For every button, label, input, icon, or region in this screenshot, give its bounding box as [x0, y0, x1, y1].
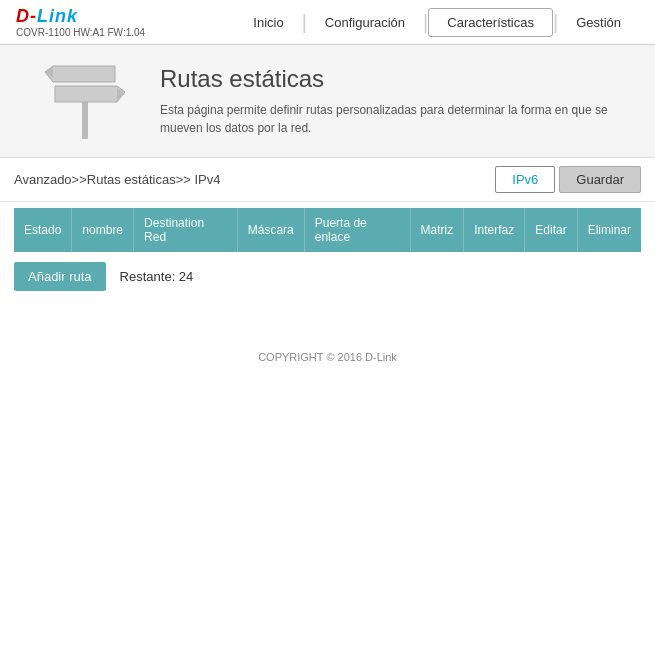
nav-gestion[interactable]: Gestión: [558, 9, 639, 36]
svg-marker-1: [45, 66, 115, 82]
header: D-Link COVR-1100 HW:A1 FW:1.04 Inicio | …: [0, 0, 655, 45]
routes-table: Estado nombre Destination Red Máscara Pu…: [14, 208, 641, 252]
col-nombre: nombre: [72, 208, 134, 252]
svg-marker-3: [55, 86, 125, 102]
col-editar: Editar: [525, 208, 577, 252]
table-container: Estado nombre Destination Red Máscara Pu…: [0, 208, 655, 252]
col-mascara: Máscara: [237, 208, 304, 252]
remaining-label: Restante:: [120, 269, 179, 284]
guardar-button[interactable]: Guardar: [559, 166, 641, 193]
col-interfaz: Interfaz: [464, 208, 525, 252]
page-title: Rutas estáticas: [160, 65, 635, 93]
logo-link: Link: [37, 6, 78, 26]
hero-icon: [30, 61, 140, 141]
hero-section: Rutas estáticas Esta página permite defi…: [0, 45, 655, 158]
logo-area: D-Link COVR-1100 HW:A1 FW:1.04: [16, 6, 145, 38]
col-puerta-enlace: Puerta de enlace: [304, 208, 410, 252]
ipv6-button[interactable]: IPv6: [495, 166, 555, 193]
street-sign-icon: [35, 64, 135, 139]
logo-dash: D-: [16, 6, 37, 26]
footer: COPYRIGHT © 2016 D-Link: [0, 331, 655, 383]
nav-menu: Inicio | Configuración | Características…: [235, 8, 639, 37]
col-estado: Estado: [14, 208, 72, 252]
copyright-text: COPYRIGHT © 2016 D-Link: [258, 351, 397, 363]
add-route-button[interactable]: Añadir ruta: [14, 262, 106, 291]
logo: D-Link: [16, 6, 145, 27]
nav-configuracion[interactable]: Configuración: [307, 9, 423, 36]
hero-description: Esta página permite definir rutas person…: [160, 101, 620, 137]
remaining-value: 24: [179, 269, 193, 284]
action-bar: Avanzado>>Rutas estáticas>> IPv4 IPv6 Gu…: [0, 158, 655, 202]
nav-inicio[interactable]: Inicio: [235, 9, 301, 36]
col-destination-red: Destination Red: [134, 208, 238, 252]
col-eliminar: Eliminar: [577, 208, 641, 252]
table-header-row: Estado nombre Destination Red Máscara Pu…: [14, 208, 641, 252]
model-text: COVR-1100 HW:A1 FW:1.04: [16, 27, 145, 38]
remaining-text: Restante: 24: [120, 269, 194, 284]
col-matriz: Matriz: [410, 208, 464, 252]
nav-caracteristicas[interactable]: Características: [428, 8, 553, 37]
add-route-row: Añadir ruta Restante: 24: [0, 252, 655, 301]
breadcrumb: Avanzado>>Rutas estáticas>> IPv4: [14, 172, 495, 187]
